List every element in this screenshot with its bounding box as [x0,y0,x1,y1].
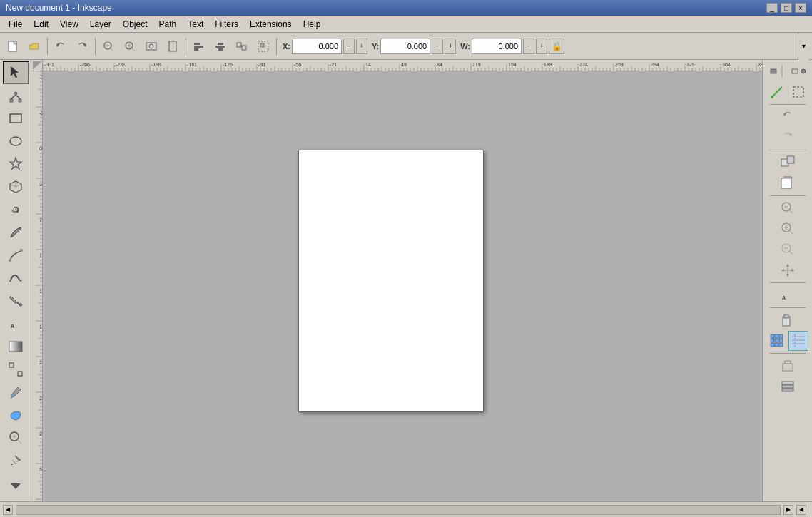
zoom-tool[interactable] [3,426,29,449]
zoom-out-button[interactable] [98,36,118,56]
rp-zoom-in[interactable] [778,219,798,239]
node-tool[interactable] [3,84,29,107]
selector-tool[interactable] [3,61,29,84]
toolbar-separator-1 [47,38,48,55]
fill-tool[interactable] [3,404,29,426]
text-tool[interactable]: A [3,312,29,335]
ellipse-tool[interactable] [3,130,29,153]
menu-view[interactable]: View [54,18,84,31]
main-area: A [0,60,812,501]
horizontal-scrollbar[interactable] [16,505,781,515]
rp-zoom-fit[interactable] [778,240,798,260]
pencil-tool[interactable] [3,221,29,244]
lock-aspect-button[interactable]: 🔒 [549,39,564,54]
ungroup-button[interactable] [253,36,273,56]
spray-tool[interactable] [3,449,29,472]
svg-text:49: 49 [401,62,407,67]
align-center-button[interactable] [210,36,230,56]
window-controls[interactable]: _ □ × [766,3,806,13]
scroll-right-button[interactable]: ▶ [783,505,793,515]
menu-help[interactable]: Help [298,18,327,31]
scroll-expand-button[interactable]: ◀ [796,505,806,515]
rp-zoom-out[interactable] [778,198,798,218]
close-button[interactable]: × [795,3,806,13]
rp-export-button[interactable] [778,173,798,193]
toolbar-dropdown[interactable]: ▾ [798,33,809,60]
undo-button[interactable] [51,36,71,56]
svg-rect-27 [10,114,21,123]
svg-text:0: 0 [39,146,42,151]
redo-button[interactable] [72,36,92,56]
svg-rect-441 [779,334,783,338]
w-increment[interactable]: + [536,39,547,54]
rp-clipboard-button[interactable] [778,310,798,330]
x-increment[interactable]: + [356,39,367,54]
svg-rect-16 [218,43,223,45]
toolbar-separator-2 [95,38,96,55]
zoom-in-button[interactable] [120,36,140,56]
svg-point-46 [11,464,13,465]
open-button[interactable] [24,36,44,56]
rp-text-button[interactable]: A [778,285,798,305]
pen-tool[interactable] [3,244,29,267]
menu-object[interactable]: Object [117,18,153,31]
star-tool[interactable] [3,153,29,175]
rp-undo-button[interactable] [778,107,798,127]
menu-file[interactable]: File [3,18,28,31]
menu-path[interactable]: Path [153,18,183,31]
rp-transform-button[interactable] [778,356,798,376]
svg-marker-434 [781,269,784,272]
maximize-button[interactable]: □ [781,3,792,13]
menu-filters[interactable]: Filters [209,18,244,31]
rectangle-tool[interactable] [3,107,29,130]
snap-button-3[interactable] [767,82,787,102]
spiral-tool[interactable] [3,198,29,221]
snap-button-1[interactable] [767,61,787,81]
svg-text:329: 329 [686,62,695,67]
y-decrement[interactable]: − [432,39,443,54]
zoom-page-button[interactable] [163,36,183,56]
menu-text[interactable]: Text [182,18,209,31]
svg-point-47 [14,461,15,463]
paintbucket-tool[interactable] [3,290,29,312]
new-button[interactable] [3,36,23,56]
dropper-tool[interactable] [3,381,29,404]
zoom-fit-button[interactable] [141,36,161,56]
snap-button-4[interactable] [788,82,808,102]
menu-edit[interactable]: Edit [28,18,54,31]
connector-tool[interactable] [3,358,29,381]
menu-extensions[interactable]: Extensions [244,18,298,31]
scroll-left-button[interactable]: ◀ [3,505,13,515]
x-decrement[interactable]: − [343,39,355,54]
canvas[interactable] [43,71,762,501]
minimize-button[interactable]: _ [766,3,778,13]
right-panel-sep-2 [770,150,806,150]
rp-layers-button[interactable] [778,377,798,396]
y-input[interactable] [380,39,430,54]
toolbar-separator-4 [276,38,277,55]
menu-layer[interactable]: Layer [84,18,117,31]
align-left-button[interactable] [189,36,209,56]
y-increment[interactable]: + [445,39,456,54]
w-decrement[interactable]: − [523,39,534,54]
snap-row-1 [767,61,808,81]
snap-row-2 [767,82,808,102]
rp-duplicate-button[interactable] [778,153,798,173]
svg-text:259: 259 [615,62,624,67]
svg-rect-411 [792,69,798,73]
svg-text:-301: -301 [44,62,54,67]
svg-rect-444 [779,339,783,342]
rp-move-nodes[interactable] [778,260,798,280]
svg-text:-231: -231 [116,62,126,67]
group-button[interactable] [232,36,252,56]
3dbox-tool[interactable] [3,175,29,198]
gradient-tool[interactable] [3,335,29,358]
rp-lines-button[interactable] [788,331,808,351]
w-input[interactable] [472,39,522,54]
snap-button-2[interactable] [788,61,808,81]
calligraphy-tool[interactable] [3,267,29,290]
x-input[interactable] [292,39,342,54]
rp-grid-button[interactable] [767,331,787,351]
rp-redo-button[interactable] [778,128,798,148]
more-tools-button[interactable] [3,474,29,497]
